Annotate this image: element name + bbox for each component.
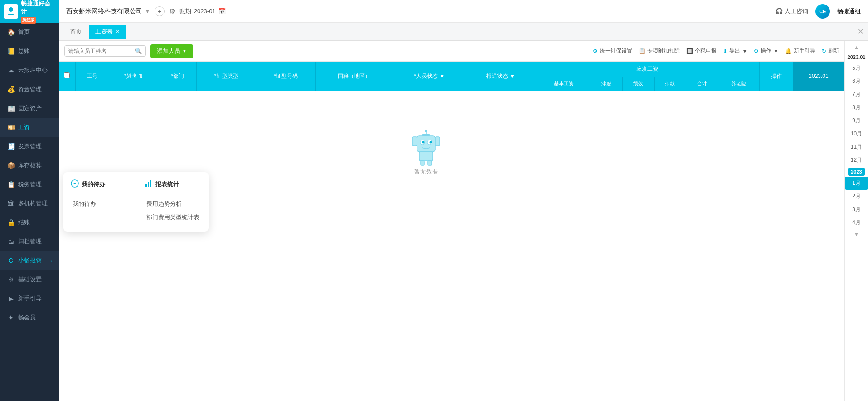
timeline-up-icon[interactable]: ▲ — [852, 43, 861, 53]
th-report-status: 报送状态 ▼ — [466, 62, 535, 91]
fixed-icon: 🏢 — [7, 105, 15, 112]
sidebar-item-inventory[interactable]: 📦 库存核算 — [0, 156, 59, 175]
tab-salary-table[interactable]: 工资表 ✕ — [89, 25, 126, 39]
timeline-nov[interactable]: 11月 — [845, 140, 868, 154]
timeline-dec[interactable]: 12月 — [845, 154, 868, 167]
timeline-apr[interactable]: 4月 — [845, 216, 868, 229]
guide-action[interactable]: 🔔 新手引导 — [785, 47, 815, 55]
timeline-jun[interactable]: 6月 — [845, 75, 868, 88]
table-toolbar: 🔍 添加人员 ▼ ⚙ 统一社保设置 📋 专项附加扣除 — [59, 41, 844, 62]
sort-icon[interactable]: ⇅ — [139, 73, 143, 79]
report-icon — [145, 179, 153, 189]
sidebar-item-fixed[interactable]: 🏢 固定资产 — [0, 99, 59, 118]
timeline-aug[interactable]: 8月 — [845, 101, 868, 114]
svg-rect-6 — [428, 161, 432, 165]
avatar-initials: CE — [819, 9, 826, 14]
logo-icon — [4, 4, 18, 19]
calendar-icon[interactable]: 📅 — [218, 8, 226, 14]
timeline-down-icon[interactable]: ▼ — [852, 229, 861, 239]
deduction-action[interactable]: 📋 专项附加扣除 — [639, 47, 680, 55]
sidebar-item-tax[interactable]: 📋 税务管理 — [0, 175, 59, 194]
timeline-jan[interactable]: 1月 — [845, 177, 868, 190]
svg-rect-5 — [421, 161, 424, 165]
sidebar-item-ledger[interactable]: 📒 总账 — [0, 42, 59, 61]
toolbar-actions: ⚙ 统一社保设置 📋 专项附加扣除 🔲 个税申报 ⬇ 导出 ▼ — [593, 47, 839, 55]
invoice-icon: 🧾 — [7, 143, 15, 150]
sidebar-item-archive[interactable]: 🗂 归档管理 — [0, 232, 59, 251]
svg-point-10 — [429, 141, 432, 144]
topbar-right: 🎧 人工咨询 CE 畅捷通组 — [776, 4, 861, 19]
social-security-action[interactable]: ⚙ 统一社保设置 — [593, 47, 632, 55]
popup-report-title: 报表统计 — [145, 179, 202, 193]
timeline-feb[interactable]: 2月 — [845, 190, 868, 203]
sidebar-label-fixed: 固定资产 — [18, 104, 42, 112]
refresh-action[interactable]: ↻ 刷新 — [822, 47, 839, 55]
th-cert-num: *证型号码 — [256, 62, 315, 91]
add-person-button[interactable]: 添加人员 ▼ — [150, 44, 193, 58]
sidebar-item-home[interactable]: 🏠 首页 — [0, 23, 59, 42]
popup-dept-item[interactable]: 部门费用类型统计表 — [145, 211, 202, 224]
company-selector[interactable]: 西安虾米网络科技有限公司 ▼ — [66, 7, 150, 15]
popup-todo-item[interactable]: 我的待办 — [71, 197, 128, 211]
basic-icon: ⚙ — [7, 276, 15, 283]
deduction-icon: 📋 — [639, 48, 645, 54]
sidebar-item-xiaochang[interactable]: G 小畅报销 ‹ — [0, 251, 59, 270]
tab-home[interactable]: 首页 — [63, 25, 88, 39]
headset-icon: 🎧 — [776, 8, 783, 14]
user-name: 畅捷通组 — [837, 7, 861, 15]
app-name: 畅捷通好会计 — [21, 0, 55, 16]
search-icon[interactable]: 🔍 — [135, 48, 142, 54]
sidebar-item-basic[interactable]: ⚙ 基础设置 — [0, 270, 59, 289]
operation-label: 操作 — [761, 47, 771, 55]
sidebar-item-cloud[interactable]: ☁ 云报表中心 — [0, 61, 59, 80]
sidebar-label-ledger: 总账 — [18, 47, 30, 55]
sidebar-label-member: 畅会员 — [18, 314, 36, 322]
tax-report-icon: 🔲 — [686, 48, 693, 54]
app-logo: 畅捷通好会计 旗舰版 — [0, 0, 59, 23]
close-tab-icon[interactable]: ✕ — [116, 29, 120, 34]
tax-report-action[interactable]: 🔲 个税申报 — [686, 47, 717, 55]
timeline-mar[interactable]: 3月 — [845, 203, 868, 216]
th-base-salary: *基本工资 — [535, 77, 591, 91]
export-action[interactable]: ⬇ 导出 ▼ — [723, 47, 747, 55]
filter-icon[interactable]: ▼ — [439, 73, 445, 79]
close-all-icon[interactable]: ✕ — [858, 28, 863, 35]
search-input[interactable] — [68, 48, 132, 54]
tax-report-label: 个税申报 — [695, 47, 717, 55]
th-period: 2023.01 — [793, 62, 844, 91]
company-name: 西安虾米网络科技有限公司 — [66, 7, 142, 15]
closing-icon: 🔒 — [7, 219, 15, 226]
popup-todo-label: 我的待办 — [82, 180, 105, 188]
svg-rect-3 — [435, 137, 440, 146]
todo-icon — [71, 179, 79, 189]
popup-todo-col: 我的待办 我的待办 — [71, 179, 128, 211]
th-country: 国籍（地区） — [315, 62, 393, 91]
service-button[interactable]: 🎧 人工咨询 — [776, 7, 808, 15]
popup-section: 我的待办 我的待办 报表统计 费用趋势分析 部门费用类型统计表 — [71, 179, 201, 224]
archive-icon: 🗂 — [7, 238, 15, 245]
add-company-button[interactable]: + — [155, 6, 165, 16]
report-filter-icon[interactable]: ▼ — [509, 73, 515, 79]
sidebar-item-fund[interactable]: 💰 资金管理 — [0, 80, 59, 99]
timeline-jul[interactable]: 7月 — [845, 88, 868, 101]
popup-trend-item[interactable]: 费用趋势分析 — [145, 197, 202, 211]
sidebar-item-member[interactable]: ✦ 畅会员 — [0, 308, 59, 327]
sidebar-item-closing[interactable]: 🔒 结账 — [0, 213, 59, 232]
timeline-sep[interactable]: 9月 — [845, 114, 868, 127]
timeline-oct[interactable]: 10月 — [845, 127, 868, 140]
export-arrow-icon: ▼ — [742, 48, 747, 54]
sidebar-item-salary[interactable]: 💴 工资 — [0, 118, 59, 137]
sidebar-item-guide[interactable]: ▶ 新手引导 — [0, 289, 59, 308]
th-allowance: 津贴 — [591, 77, 622, 91]
timeline-may[interactable]: 5月 — [845, 62, 868, 75]
svg-rect-17 — [150, 180, 151, 187]
select-all-checkbox[interactable] — [64, 72, 70, 78]
guide-icon: 🔔 — [785, 48, 792, 54]
settings-icon[interactable]: ⚙ — [169, 7, 175, 15]
operation-action[interactable]: ⚙ 操作 ▼ — [754, 47, 779, 55]
sidebar-label-home: 首页 — [18, 28, 30, 36]
sidebar-item-multi[interactable]: 🏛 多机构管理 — [0, 194, 59, 213]
svg-rect-16 — [148, 182, 149, 187]
sidebar-item-invoice[interactable]: 🧾 发票管理 — [0, 137, 59, 156]
svg-rect-11 — [422, 134, 430, 136]
